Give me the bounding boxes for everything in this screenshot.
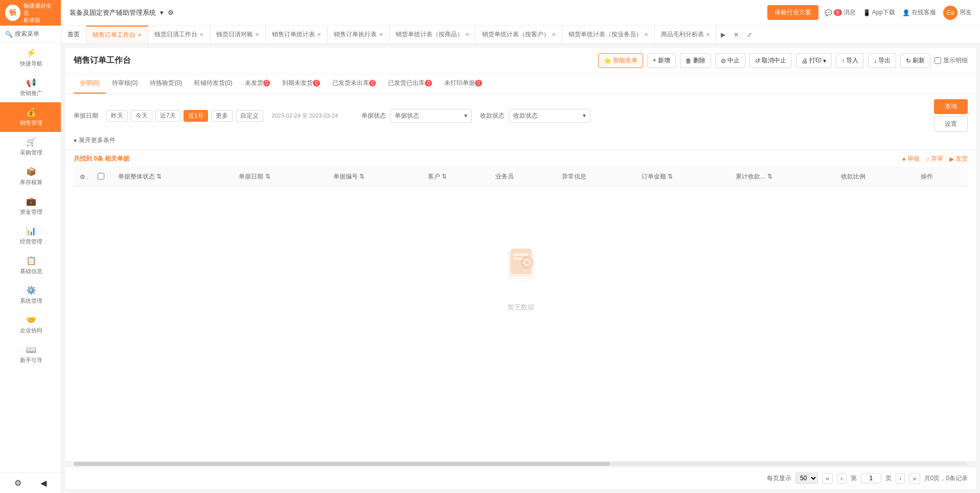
col-checkbox[interactable] [92, 167, 112, 187]
expand-filter-button[interactable]: ▾ 展开更多条件 [74, 136, 968, 145]
col-settings[interactable]: ⚙ [74, 167, 92, 187]
query-button[interactable]: 查询 [934, 99, 968, 114]
sort-status-icon[interactable]: ⇅ [156, 173, 162, 180]
settings-gear-icon[interactable]: ⚙ [168, 9, 174, 16]
next-page-button[interactable]: › [896, 473, 905, 484]
status-filter-label: 单据状态 [361, 111, 386, 120]
tab-goods-margin[interactable]: 商品毛利分析表 ✕ [655, 26, 717, 44]
tab-cash-reconcile-close[interactable]: ✕ [255, 32, 259, 37]
add-button[interactable]: + 新增 [647, 53, 676, 68]
tab-sales-stats[interactable]: 销售订单统计表 ✕ [266, 26, 328, 44]
sub-tab-shipped-out[interactable]: 已发货已出库0 [382, 74, 438, 94]
tab-expand-button[interactable]: ⤢ [743, 31, 756, 38]
page-size-select[interactable]: 50 [795, 473, 818, 484]
tab-sales-summary-customer[interactable]: 销货单统计表（按客户） ✕ [476, 26, 562, 44]
sidebar-item-marketing[interactable]: 📢 营销推广 [0, 73, 61, 102]
dropdown-arrow-icon[interactable]: ▾ [160, 9, 164, 16]
show-detail-input[interactable] [935, 57, 941, 64]
sidebar-item-inventory[interactable]: 📦 库存核算 [0, 162, 61, 191]
app-download-area[interactable]: 📱 App下载 [863, 8, 895, 17]
export-button[interactable]: ↓ 导出 [868, 53, 896, 68]
stop-button[interactable]: ⊘ 中止 [715, 53, 745, 68]
trial-button[interactable]: 体验行业方案 [767, 5, 818, 20]
scroll-thumb[interactable] [74, 462, 610, 466]
cancel-stop-button[interactable]: ↺ 取消中止 [749, 53, 792, 68]
horizontal-scrollbar[interactable] [65, 461, 976, 467]
settings-icon[interactable]: ⚙ [14, 478, 21, 488]
search-icon: 🔍 [5, 31, 13, 38]
sidebar-item-purchase[interactable]: 🛒 采购管理 [0, 132, 61, 162]
column-settings-icon[interactable]: ⚙ [80, 173, 85, 181]
sort-date-icon[interactable]: ⇅ [265, 173, 270, 180]
sub-tab-wangpu[interactable]: 旺铺待发货(0) [188, 74, 239, 94]
user-area[interactable]: Ea 用友 [943, 6, 972, 20]
sub-tab-pending-review[interactable]: 待审核(0) [106, 74, 144, 94]
tab-sales-summary-customer-close[interactable]: ✕ [552, 32, 556, 37]
select-all-checkbox[interactable] [98, 173, 104, 180]
status-filter-select[interactable]: 单据状态 ▾ [390, 109, 472, 123]
sidebar-item-enterprise[interactable]: 🤝 企业协同 [0, 310, 61, 340]
tab-sales-exec-close[interactable]: ✕ [379, 32, 383, 37]
tab-cash-reconcile[interactable]: 钱货日清对账 ✕ [210, 26, 266, 44]
tab-goods-margin-close[interactable]: ✕ [706, 32, 710, 37]
tab-sales-stats-label: 销售订单统计表 [272, 30, 315, 39]
delete-icon: 🗑 [686, 57, 692, 64]
print-button[interactable]: 🖨 打印 ▾ [796, 53, 832, 68]
sidebar-item-system[interactable]: ⚙️ 系统管理 [0, 280, 61, 310]
sidebar-item-finance[interactable]: 💼 资金管理 [0, 191, 61, 221]
date-btn-1month[interactable]: 近1月 [184, 110, 209, 122]
sort-number-icon[interactable]: ⇅ [359, 173, 364, 180]
online-service-area[interactable]: 👤 在线客服 [902, 8, 936, 17]
sort-collected-icon[interactable]: ⇅ [767, 173, 772, 180]
tab-sales-summary-staff-close[interactable]: ✕ [644, 32, 648, 37]
sub-tab-not-printed[interactable]: 未打印单据0 [438, 74, 488, 94]
phone-icon: 📱 [863, 9, 871, 16]
setting-button[interactable]: 设置 [934, 116, 968, 132]
tab-sales-exec[interactable]: 销售订单执行表 ✕ [328, 26, 390, 44]
date-btn-today[interactable]: 今天 [131, 110, 152, 122]
delete-button[interactable]: 🗑 删除 [680, 53, 711, 68]
sub-tab-not-shipped[interactable]: 未发货0 [239, 74, 277, 94]
batch-review-button[interactable]: ● 审核 [902, 154, 920, 163]
collapse-icon[interactable]: ◀ [40, 478, 47, 488]
tab-sales-summary-product-close[interactable]: ✕ [465, 32, 469, 37]
tab-sales-summary-product[interactable]: 销货单统计表（按商品） ✕ [390, 26, 476, 44]
page-input[interactable] [861, 473, 881, 483]
sub-tab-shipped-not-out[interactable]: 已发货未出库0 [326, 74, 382, 94]
sidebar-item-sales[interactable]: 💰 销售管理 [0, 102, 61, 132]
sub-tab-pending-inspection[interactable]: 待拣验货(0) [144, 74, 188, 94]
sort-customer-icon[interactable]: ⇅ [442, 173, 447, 180]
date-btn-more[interactable]: 更多 [211, 110, 233, 122]
batch-cancel-review-button[interactable]: ○ 弃审 [926, 154, 943, 163]
import-button[interactable]: ↑ 导入 [836, 53, 864, 68]
sub-tab-all[interactable]: 全部(0) [74, 74, 106, 94]
tab-close-all-button[interactable]: ✕ [730, 31, 743, 38]
smart-create-button[interactable]: ⭐ 智能生单 [598, 53, 643, 68]
tab-daily-cash-close[interactable]: ✕ [199, 32, 203, 37]
batch-ship-button[interactable]: ▶ 发货 [949, 154, 968, 163]
tab-daily-cash[interactable]: 钱货日清工作台 ✕ [148, 26, 210, 44]
tab-home[interactable]: 首页 [61, 26, 86, 44]
date-btn-7days[interactable]: 近7天 [155, 110, 180, 122]
date-btn-custom[interactable]: 自定义 [236, 110, 263, 122]
sub-tab-overdue-not-shipped[interactable]: 到期未发货0 [276, 74, 326, 94]
tab-sales-workbench[interactable]: 销售订单工作台 ✕ [86, 26, 148, 44]
date-btn-yesterday[interactable]: 昨天 [106, 110, 128, 122]
sidebar-item-operations[interactable]: 📊 经营管理 [0, 221, 61, 251]
first-page-button[interactable]: « [822, 473, 833, 484]
tab-sales-summary-staff[interactable]: 销货单统计表（按业务员） ✕ [562, 26, 655, 44]
sidebar-item-basic[interactable]: 📋 基础信息 [0, 251, 61, 280]
prev-page-button[interactable]: ‹ [837, 473, 846, 484]
sort-amount-icon[interactable]: ⇅ [668, 173, 673, 180]
show-detail-checkbox[interactable]: 显示明细 [935, 56, 968, 65]
refresh-button[interactable]: ↻ 刷新 [900, 53, 930, 68]
last-page-button[interactable]: » [909, 473, 920, 484]
sidebar-item-guide[interactable]: 📖 新手引导 [0, 340, 61, 369]
sidebar-item-quick[interactable]: ⚡ 快捷导航 [0, 43, 61, 73]
search-menu[interactable]: 🔍 搜索菜单 [0, 26, 61, 43]
tab-sales-workbench-close[interactable]: ✕ [138, 32, 142, 38]
tab-more-button[interactable]: ▶ [717, 31, 730, 38]
tab-sales-stats-close[interactable]: ✕ [317, 32, 321, 37]
payment-filter-select[interactable]: 收款状态 ▾ [509, 109, 590, 123]
message-area[interactable]: 💬 6 消息 [825, 8, 856, 17]
